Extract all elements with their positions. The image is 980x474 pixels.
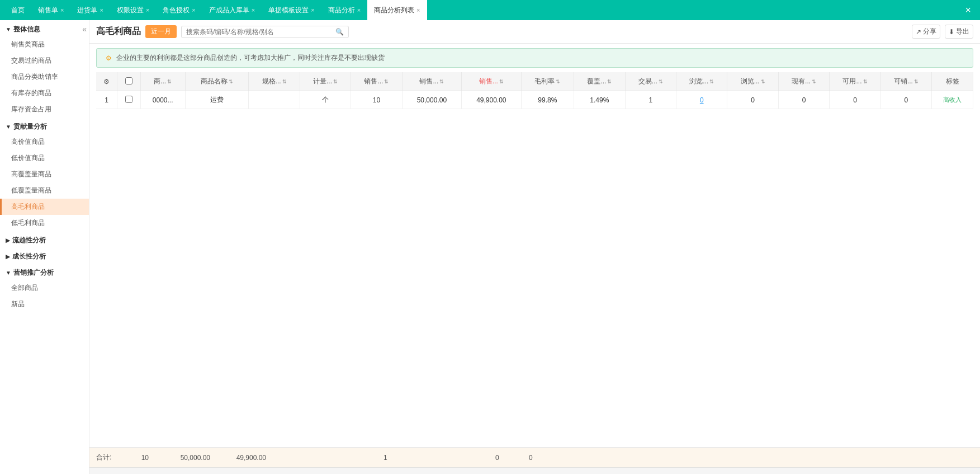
col-gross-margin[interactable]: 毛利率⇅	[521, 72, 574, 91]
sidebar-group-growth[interactable]: ▶ 成长性分析	[0, 247, 89, 264]
main-layout: « ▼ 整体信息 销售类商品 交易过的商品 商品分类助销率 有库存的商品 库存资…	[0, 20, 980, 474]
cell-current-stock: 0	[778, 91, 829, 109]
nav-home[interactable]: 首页	[4, 0, 31, 20]
footer-bar: 合计: 10 50,000.00 49,900.00 1 0 0	[89, 447, 980, 467]
cell-checkbox[interactable]	[117, 91, 141, 109]
sidebar-item-stock-capital[interactable]: 库存资金占用	[0, 101, 89, 118]
col-sale-profit[interactable]: 销售...⇅	[462, 72, 521, 91]
sidebar-item-low-value[interactable]: 低价值商品	[0, 150, 89, 166]
col-coverage[interactable]: 覆盖...⇅	[574, 72, 625, 91]
nav-product-analysis[interactable]: 商品分析 ×	[321, 0, 367, 20]
search-input[interactable]	[186, 28, 333, 36]
cell-saleable: 0	[880, 91, 931, 109]
search-box: 🔍	[181, 26, 349, 38]
sidebar-group-overall[interactable]: ▼ 整体信息	[0, 20, 89, 36]
cell-sale-amount: 50,000.00	[402, 91, 461, 109]
cell-view1[interactable]: 0	[676, 91, 727, 109]
nav-close-permissions[interactable]: ×	[146, 7, 149, 13]
alert-icon: ⚙	[106, 54, 112, 62]
col-view2[interactable]: 浏览...⇅	[727, 72, 778, 91]
col-checkbox[interactable]	[117, 72, 141, 91]
sidebar-item-new-products[interactable]: 新品	[0, 296, 89, 312]
col-name[interactable]: 商品名称⇅	[185, 72, 249, 91]
arrow-icon-5: ▼	[6, 270, 11, 276]
sidebar-item-high-value[interactable]: 高价值商品	[0, 134, 89, 150]
content-area: 高毛利商品 近一月 🔍 ↗ 分享 ⬇ 导出 ⚙ 企业的主要的利润都是这部分商品创…	[89, 20, 980, 474]
nav-purchase[interactable]: 进货单 ×	[70, 0, 110, 20]
nav-close-inbound[interactable]: ×	[252, 7, 255, 13]
col-saleable[interactable]: 可销...⇅	[880, 72, 931, 91]
export-button[interactable]: ⬇ 导出	[945, 25, 973, 39]
share-icon: ↗	[916, 28, 921, 36]
col-current-stock[interactable]: 现有...⇅	[778, 72, 829, 91]
sidebar-item-traded-products[interactable]: 交易过的商品	[0, 53, 89, 69]
footer-sale-profit: 49,900.00	[223, 454, 279, 462]
nav-sales[interactable]: 销售单 ×	[31, 0, 70, 20]
nav-template[interactable]: 单据模板设置 ×	[262, 0, 321, 20]
col-settings[interactable]: ⚙	[96, 72, 117, 91]
cell-gross-margin: 99.8%	[521, 91, 574, 109]
footer-sale-amount: 50,000.00	[167, 454, 223, 462]
nav-close-roles[interactable]: ×	[192, 7, 195, 13]
nav-inbound[interactable]: 产成品入库单 ×	[202, 0, 262, 20]
close-all-button[interactable]: ×	[960, 4, 976, 16]
sidebar-item-high-margin[interactable]: 高毛利商品	[0, 199, 89, 215]
sidebar-item-high-coverage[interactable]: 高覆盖量商品	[0, 166, 89, 182]
nav-close-purchase[interactable]: ×	[100, 7, 103, 13]
cell-code: 0000...	[140, 91, 185, 109]
page-title: 高毛利商品	[96, 26, 141, 37]
alert-bar: ⚙ 企业的主要的利润都是这部分商品创造的，可考虑加大推广，同时关注库存是不要出现…	[96, 48, 973, 68]
col-tag[interactable]: 标签	[932, 72, 973, 91]
col-unit[interactable]: 计量...⇅	[300, 72, 351, 91]
table-row: 1 0000... 运费 个 10 50,000.00 49,900.00 99…	[96, 91, 973, 109]
col-sale-qty[interactable]: 销售...⇅	[351, 72, 402, 91]
nav-roles[interactable]: 角色授权 ×	[156, 0, 202, 20]
footer-available-stock: 0	[514, 454, 547, 462]
sidebar-item-all-products[interactable]: 全部商品	[0, 280, 89, 296]
sidebar-item-low-margin[interactable]: 低毛利商品	[0, 215, 89, 231]
top-navigation: 首页 销售单 × 进货单 × 权限设置 × 角色授权 × 产成品入库单 × 单据…	[0, 0, 980, 20]
cell-sale-profit: 49,900.00	[462, 91, 521, 109]
cell-available-stock: 0	[830, 91, 880, 109]
cell-coverage: 1.49%	[574, 91, 625, 109]
cell-unit: 个	[300, 91, 351, 109]
sidebar-item-sales-products[interactable]: 销售类商品	[0, 36, 89, 53]
select-all-checkbox[interactable]	[125, 77, 132, 85]
nav-close-product-analysis[interactable]: ×	[357, 7, 361, 13]
nav-permissions[interactable]: 权限设置 ×	[110, 0, 156, 20]
nav-close-list[interactable]: ×	[416, 7, 420, 13]
sidebar-item-instock-products[interactable]: 有库存的商品	[0, 85, 89, 101]
arrow-icon-2: ▼	[6, 124, 11, 130]
col-sale-amount[interactable]: 销售...⇅	[402, 72, 461, 91]
arrow-icon: ▼	[6, 26, 11, 32]
share-button[interactable]: ↗ 分享	[912, 25, 940, 39]
cell-index: 1	[96, 91, 117, 109]
search-icon[interactable]: 🔍	[335, 28, 344, 36]
col-trade[interactable]: 交易...⇅	[625, 72, 676, 91]
nav-product-analysis-list[interactable]: 商品分析列表 ×	[367, 0, 427, 20]
col-view1[interactable]: 浏览...⇅	[676, 72, 727, 91]
col-spec[interactable]: 规格...⇅	[249, 72, 300, 91]
footer-view2	[447, 454, 480, 462]
footer-view1	[402, 454, 447, 462]
cell-tag: 高收入	[932, 91, 973, 109]
data-table: ⚙ 商...⇅ 商品名称⇅ 规格...⇅ 计量...⇅ 销售...⇅ 销售...…	[96, 72, 973, 109]
table-container[interactable]: ⚙ 商...⇅ 商品名称⇅ 规格...⇅ 计量...⇅ 销售...⇅ 销售...…	[96, 72, 973, 447]
col-code[interactable]: 商...⇅	[140, 72, 185, 91]
sidebar-collapse-button[interactable]: «	[82, 25, 87, 34]
nav-close-sales[interactable]: ×	[60, 7, 64, 13]
sidebar-group-contribution[interactable]: ▼ 贡献量分析	[0, 118, 89, 134]
sidebar-group-trend[interactable]: ▶ 流趋性分析	[0, 231, 89, 247]
export-icon: ⬇	[949, 28, 954, 36]
nav-close-template[interactable]: ×	[311, 7, 314, 13]
col-available-stock[interactable]: 可用...⇅	[830, 72, 880, 91]
bottom-scrollbar[interactable]	[89, 467, 980, 474]
sidebar-item-category-rate[interactable]: 商品分类助销率	[0, 69, 89, 85]
footer-trade: 1	[368, 454, 402, 462]
scrollbar-track	[89, 468, 980, 472]
sidebar-group-marketing[interactable]: ▼ 营销推广分析	[0, 264, 89, 280]
table-header-row: ⚙ 商...⇅ 商品名称⇅ 规格...⇅ 计量...⇅ 销售...⇅ 销售...…	[96, 72, 973, 91]
row-checkbox[interactable]	[125, 96, 132, 103]
sidebar-item-low-coverage[interactable]: 低覆盖量商品	[0, 182, 89, 199]
filter-button[interactable]: 近一月	[145, 25, 177, 38]
